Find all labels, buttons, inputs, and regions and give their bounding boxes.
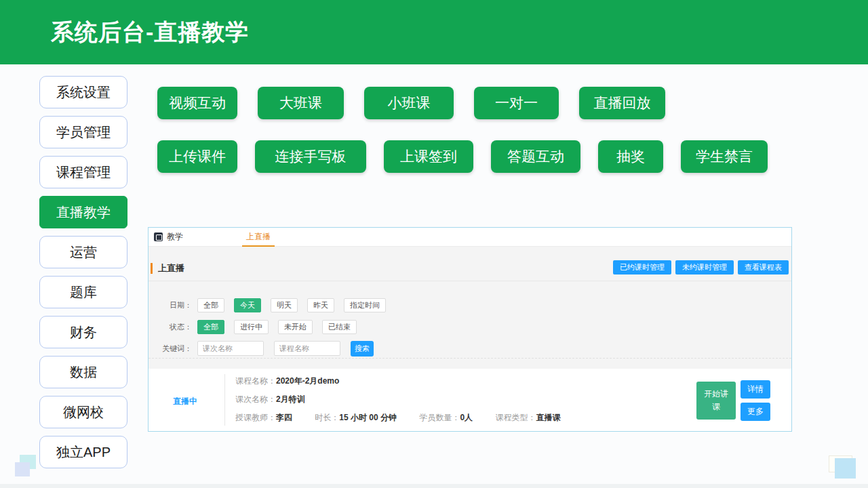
feature-row-1: 视频互动 大班课 小班课 一对一 直播回放: [157, 87, 665, 119]
keyword-filter-row: 关键词： 搜索: [154, 341, 374, 356]
course-name-value: 2020年-2月demo: [276, 376, 339, 386]
search-button[interactable]: 搜索: [351, 341, 374, 357]
feature-row-2: 上传课件 连接手写板 上课签到 答题互动 抽奖 学生禁言: [157, 140, 768, 173]
view-timetable-button[interactable]: 查看课程表: [738, 260, 789, 274]
duration-label: 时长：: [315, 413, 339, 422]
sidebar-item-finance[interactable]: 财务: [39, 316, 127, 348]
section-title: 上直播: [158, 262, 184, 274]
screen: 系统后台-直播教学 系统设置 学员管理 课程管理 直播教学 运营 题库 财务 数…: [0, 0, 868, 488]
sidebar-item-label: 题库: [70, 283, 97, 302]
more-button[interactable]: 更多: [741, 403, 770, 421]
sidebar-item-micro-school[interactable]: 微网校: [39, 396, 127, 428]
feature-one-on-one-button[interactable]: 一对一: [474, 87, 559, 119]
date-filter-yesterday[interactable]: 昨天: [307, 298, 334, 312]
panel-filter-section: 上直播 已约课时管理 未约课时管理 查看课程表 日期： 全部 今天 明天 昨天 …: [149, 247, 791, 369]
decor-square-blue-right: [835, 458, 856, 479]
sidebar-item-label: 课程管理: [56, 163, 111, 182]
footer-strip: [0, 484, 868, 488]
date-filter-all[interactable]: 全部: [197, 298, 224, 312]
sidebar-item-course-management[interactable]: 课程管理: [39, 156, 127, 188]
date-filter-today[interactable]: 今天: [234, 298, 261, 312]
keyword-filter-label: 关键词：: [154, 344, 192, 354]
feature-class-signin-button[interactable]: 上课签到: [384, 140, 473, 173]
teacher-label: 授课教师：: [235, 413, 276, 422]
admin-panel: 教学 上直播 上直播 已约课时管理 未约课时管理 查看课程表 日期： 全部 今天…: [148, 227, 792, 432]
sidebar-item-label: 财务: [70, 323, 97, 342]
feature-upload-courseware-button[interactable]: 上传课件: [157, 140, 237, 173]
teacher-field: 授课教师：李四: [235, 413, 292, 422]
page-title: 系统后台-直播教学: [51, 0, 249, 64]
status-filter-ended[interactable]: 已结束: [322, 320, 357, 334]
sidebar-item-label: 运营: [70, 243, 97, 262]
teacher-value: 李四: [276, 413, 292, 422]
sidebar-item-live-teaching[interactable]: 直播教学: [39, 196, 127, 228]
date-filter-tomorrow[interactable]: 明天: [271, 298, 298, 312]
students-value: 0人: [460, 413, 473, 422]
feature-small-class-button[interactable]: 小班课: [364, 87, 454, 119]
duration-value: 15 小时 00 分钟: [339, 413, 397, 422]
app-logo-icon: [154, 232, 163, 241]
course-list: 直播中 课程名称：2020年-2月demo 课次名称：2月特训 授课教师：李四 …: [149, 369, 791, 431]
course-name-line: 课程名称：2020年-2月demo: [235, 375, 580, 386]
course-type-label: 课程类型：: [495, 413, 536, 422]
sidebar-item-system-settings[interactable]: 系统设置: [39, 76, 127, 108]
date-filter-label: 日期：: [154, 300, 192, 310]
course-type-value: 直播课: [536, 413, 560, 422]
course-type-field: 课程类型：直播课: [495, 413, 560, 422]
vertical-divider: [224, 374, 225, 426]
sidebar-item-label: 直播教学: [56, 203, 111, 222]
lesson-name-label: 课次名称：: [235, 394, 276, 404]
sidebar-item-question-bank[interactable]: 题库: [39, 276, 127, 308]
section-header: 上直播: [149, 260, 184, 277]
students-label: 学员数量：: [419, 413, 460, 422]
booked-hours-management-button[interactable]: 已约课时管理: [613, 260, 671, 274]
date-filter-row: 日期： 全部 今天 明天 昨天 指定时间: [154, 298, 395, 312]
feature-video-interaction-button[interactable]: 视频互动: [157, 87, 237, 119]
tab-go-live[interactable]: 上直播: [242, 228, 275, 247]
status-filter-all[interactable]: 全部: [197, 320, 224, 334]
sidebar-item-student-management[interactable]: 学员管理: [39, 116, 127, 148]
lesson-name-line: 课次名称：2月特训: [235, 394, 580, 405]
sidebar-item-label: 系统设置: [56, 83, 111, 102]
sidebar-item-label: 学员管理: [56, 123, 111, 142]
live-status-badge: 直播中: [173, 396, 197, 407]
course-name-label: 课程名称：: [235, 376, 276, 386]
status-filter-row: 状态： 全部 进行中 未开始 已结束: [154, 319, 366, 334]
sidebar-item-label: 独立APP: [56, 443, 111, 462]
sidebar: 系统设置 学员管理 课程管理 直播教学 运营 题库 财务 数据 微网校 独立AP…: [39, 76, 127, 468]
decor-square-lavender-left: [15, 462, 30, 476]
section-divider: [149, 281, 791, 281]
dashed-divider: [149, 358, 791, 359]
course-meta-line: 授课教师：李四 时长：15 小时 00 分钟 学员数量：0人 课程类型：直播课: [235, 412, 580, 423]
detail-button[interactable]: 详情: [741, 380, 770, 399]
page-header: 系统后台-直播教学: [0, 0, 868, 64]
sidebar-item-operations[interactable]: 运营: [39, 236, 127, 268]
feature-connect-tablet-button[interactable]: 连接手写板: [255, 140, 366, 173]
unbooked-hours-management-button[interactable]: 未约课时管理: [675, 260, 734, 274]
panel-nav-title: 教学: [167, 231, 183, 243]
lesson-name-value: 2月特训: [276, 394, 305, 404]
course-name-input[interactable]: [274, 341, 340, 356]
duration-field: 时长：15 小时 00 分钟: [315, 413, 397, 422]
status-filter-in-progress[interactable]: 进行中: [234, 320, 269, 334]
section-accent-bar: [151, 263, 153, 274]
sidebar-item-label: 数据: [70, 363, 97, 382]
sidebar-item-label: 微网校: [63, 403, 104, 422]
panel-top-actions: 已约课时管理 未约课时管理 查看课程表: [613, 260, 789, 274]
sidebar-item-data[interactable]: 数据: [39, 356, 127, 388]
feature-mute-students-button[interactable]: 学生禁言: [681, 140, 768, 173]
status-filter-not-started[interactable]: 未开始: [278, 320, 313, 334]
lesson-name-input[interactable]: [197, 341, 264, 356]
sidebar-item-standalone-app[interactable]: 独立APP: [39, 436, 127, 468]
course-row: 课程名称：2020年-2月demo 课次名称：2月特训 授课教师：李四 时长：1…: [235, 375, 580, 423]
feature-live-replay-button[interactable]: 直播回放: [579, 87, 665, 119]
feature-lottery-button[interactable]: 抽奖: [598, 140, 663, 173]
start-teaching-button[interactable]: 开始讲课: [696, 382, 736, 420]
feature-quiz-interaction-button[interactable]: 答题互动: [491, 140, 580, 173]
students-field: 学员数量：0人: [419, 413, 473, 422]
date-filter-custom[interactable]: 指定时间: [344, 298, 386, 312]
status-filter-label: 状态：: [154, 322, 192, 332]
feature-large-class-button[interactable]: 大班课: [258, 87, 344, 119]
